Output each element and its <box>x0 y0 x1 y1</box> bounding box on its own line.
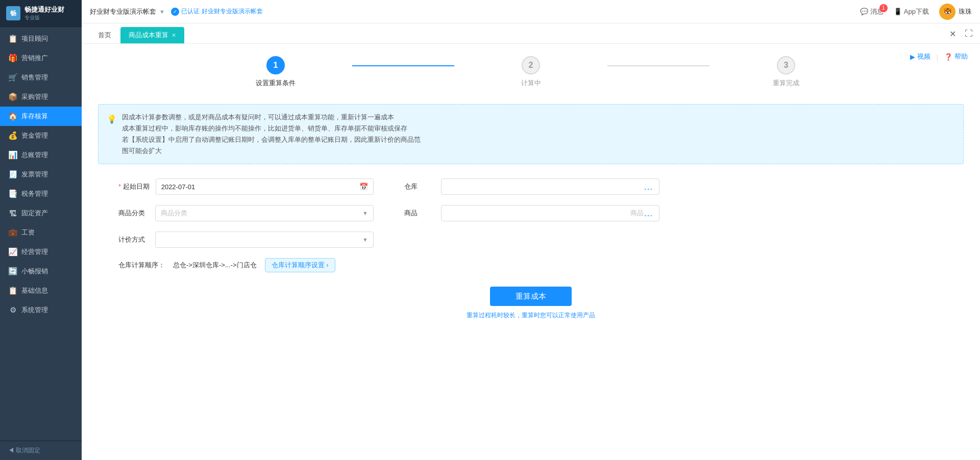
goods-label: 商品 <box>404 209 435 218</box>
avatar-area[interactable]: 🐯 珠珠 <box>939 4 972 20</box>
sidebar-item-basic[interactable]: 📋基础信息 <box>0 281 82 300</box>
window-expand-button[interactable]: ⛶ <box>962 27 976 41</box>
warehouse-order-btn-label: 仓库计算顺序设置 › <box>272 261 329 270</box>
tab-home[interactable]: 首页 <box>90 27 119 43</box>
sidebar: 畅 畅捷通好业财 专业版 📋项目顾问🎁营销推广🛒销售管理📦采购管理🏠库存核算💰资… <box>0 0 82 460</box>
start-date-label: 起始日期 <box>118 182 150 191</box>
step-2-circle: 2 <box>522 56 540 74</box>
warehouse-order-value: 总仓->深圳仓库->...->门店仓 <box>173 261 257 270</box>
pricing-dropdown-icon: ▼ <box>362 237 368 243</box>
shield-icon: ✓ <box>171 8 179 16</box>
category-label: 商品分类 <box>118 209 149 218</box>
pricing-input[interactable]: ▼ <box>155 232 374 248</box>
pricing-item: 计价方式 ▼ <box>118 232 374 248</box>
verified-text: 已认证 <box>181 7 200 16</box>
sidebar-label-marketing: 营销推广 <box>21 54 48 63</box>
avatar: 🐯 <box>939 4 955 20</box>
step-line-2 <box>607 65 709 66</box>
warehouse-order-row: 仓库计算顺序： 总仓->深圳仓库->...->门店仓 仓库计算顺序设置 › <box>118 258 943 272</box>
sidebar-label-fixed-assets: 固定资产 <box>21 209 48 218</box>
sidebar-item-salary[interactable]: 💼工资 <box>0 223 82 242</box>
tab-cost-recalc[interactable]: 商品成本重算 ✕ <box>120 27 184 43</box>
sidebar-icon-basic: 📋 <box>8 286 17 295</box>
sidebar-title-main: 畅捷通好业财 <box>24 5 64 14</box>
sidebar-icon-invoice: 🧾 <box>8 170 17 179</box>
goods-input[interactable]: 商品 … <box>441 205 659 221</box>
steps-indicator: 1 设置重算条件 2 计算中 3 重算完成 <box>98 56 964 88</box>
sidebar-item-project[interactable]: 📋项目顾问 <box>0 29 82 48</box>
warehouse-input[interactable]: … <box>441 178 659 195</box>
start-date-input[interactable]: 2022-07-01 📅 <box>156 178 374 195</box>
step-1-circle: 1 <box>266 56 285 74</box>
sidebar-icon-tax: 📑 <box>8 189 17 198</box>
step-2-label: 计算中 <box>521 79 541 88</box>
warehouse-label: 仓库 <box>404 182 435 191</box>
sidebar-item-accounting[interactable]: 📊总账管理 <box>0 145 82 165</box>
sidebar-icon-operation: 📈 <box>8 247 17 257</box>
sidebar-label-salary: 工资 <box>21 228 35 237</box>
sidebar-label-sales: 销售管理 <box>21 73 48 82</box>
topbar: 好业财专业版演示帐套 ▼ ✓ 已认证 好业财专业版演示帐套 💬 消息 1 📱 A… <box>82 0 980 23</box>
sidebar-icon-accounting: 📊 <box>8 150 17 160</box>
form-row-1: 起始日期 2022-07-01 📅 仓库 … <box>118 178 943 195</box>
message-badge: 1 <box>879 4 888 12</box>
category-placeholder: 商品分类 <box>161 209 187 218</box>
sidebar-item-inventory[interactable]: 🏠库存核算 <box>0 107 82 126</box>
sidebar-item-purchase[interactable]: 📦采购管理 <box>0 87 82 107</box>
phone-icon: 📱 <box>894 8 902 15</box>
goods-ellipsis-icon[interactable]: … <box>644 208 654 219</box>
topbar-right: 💬 消息 1 📱 App下载 🐯 珠珠 <box>860 4 972 20</box>
app-download-button[interactable]: 📱 App下载 <box>894 7 929 16</box>
sidebar-header: 畅 畅捷通好业财 专业版 <box>0 0 82 27</box>
start-date-value: 2022-07-01 <box>161 183 355 191</box>
sidebar-item-finance[interactable]: 💰资金管理 <box>0 126 82 145</box>
sidebar-label-expense: 小畅报销 <box>21 267 48 276</box>
sidebar-label-basic: 基础信息 <box>21 286 48 295</box>
info-line-2: 成本重算过程中，影响库存账的操作均不能操作，比如进货单、销货单、库存单据不能审核… <box>122 123 421 134</box>
sidebar-item-operation[interactable]: 📈经营管理 <box>0 242 82 262</box>
tab-close-icon[interactable]: ✕ <box>172 32 176 39</box>
account-chevron-icon: ▼ <box>159 9 165 15</box>
calendar-icon[interactable]: 📅 <box>359 183 368 191</box>
sidebar-nav: 📋项目顾问🎁营销推广🛒销售管理📦采购管理🏠库存核算💰资金管理📊总账管理🧾发票管理… <box>0 27 82 441</box>
sidebar-title-sub: 专业版 <box>24 14 64 21</box>
sidebar-item-sales[interactable]: 🛒销售管理 <box>0 68 82 87</box>
category-dropdown-icon: ▼ <box>362 210 368 216</box>
verified-badge-area: ✓ 已认证 好业财专业版演示帐套 <box>171 7 263 16</box>
sidebar-icon-inventory: 🏠 <box>8 112 17 121</box>
form-row-2: 商品分类 商品分类 ▼ 商品 商品 … <box>118 205 943 221</box>
sidebar-item-fixed-assets[interactable]: 🏗固定资产 <box>0 203 82 223</box>
sidebar-icon-expense: 🔄 <box>8 267 17 276</box>
message-button[interactable]: 💬 消息 1 <box>860 7 884 16</box>
step-2: 2 计算中 <box>454 56 607 88</box>
form-section: 起始日期 2022-07-01 📅 仓库 … 商品分类 <box>98 178 964 320</box>
submit-button[interactable]: 重算成本 <box>490 287 572 306</box>
warehouse-order-label: 仓库计算顺序： <box>118 261 165 270</box>
sidebar-label-purchase: 采购管理 <box>21 92 48 101</box>
goods-placeholder: 商品 <box>630 209 644 218</box>
sidebar-item-expense[interactable]: 🔄小畅报销 <box>0 262 82 281</box>
warehouse-ellipsis-icon[interactable]: … <box>644 182 654 192</box>
step-1: 1 设置重算条件 <box>199 56 352 88</box>
sidebar-unpin-button[interactable]: ◀ 取消固定 <box>0 441 82 460</box>
sidebar-label-invoice: 发票管理 <box>21 170 48 179</box>
account-selector[interactable]: 好业财专业版演示帐套 ▼ <box>90 7 165 16</box>
category-item: 商品分类 商品分类 ▼ <box>118 205 374 221</box>
window-close-button[interactable]: ✕ <box>945 27 960 41</box>
sidebar-item-system[interactable]: ⚙系统管理 <box>0 300 82 320</box>
sidebar-icon-marketing: 🎁 <box>8 54 17 63</box>
step-1-label: 设置重算条件 <box>256 79 296 88</box>
sidebar-item-tax[interactable]: 📑税务管理 <box>0 184 82 203</box>
category-input[interactable]: 商品分类 ▼ <box>155 205 374 221</box>
sidebar-label-system: 系统管理 <box>21 305 48 315</box>
sidebar-item-marketing[interactable]: 🎁营销推广 <box>0 48 82 68</box>
content-area: ▶ 视频 | ❓ 帮助 1 设置重算条件 2 计算中 3 重算完成 <box>82 44 980 460</box>
username: 珠珠 <box>959 7 972 16</box>
warehouse-order-settings-button[interactable]: 仓库计算顺序设置 › <box>265 258 335 272</box>
submit-hint: 重算过程耗时较长，重算时您可以正常使用产品 <box>467 311 595 320</box>
tab-cost-recalc-label: 商品成本重算 <box>129 31 168 40</box>
sidebar-item-invoice[interactable]: 🧾发票管理 <box>0 165 82 184</box>
step-3-circle: 3 <box>777 56 795 74</box>
start-date-item: 起始日期 2022-07-01 📅 <box>118 178 374 195</box>
tab-home-label: 首页 <box>98 31 111 40</box>
